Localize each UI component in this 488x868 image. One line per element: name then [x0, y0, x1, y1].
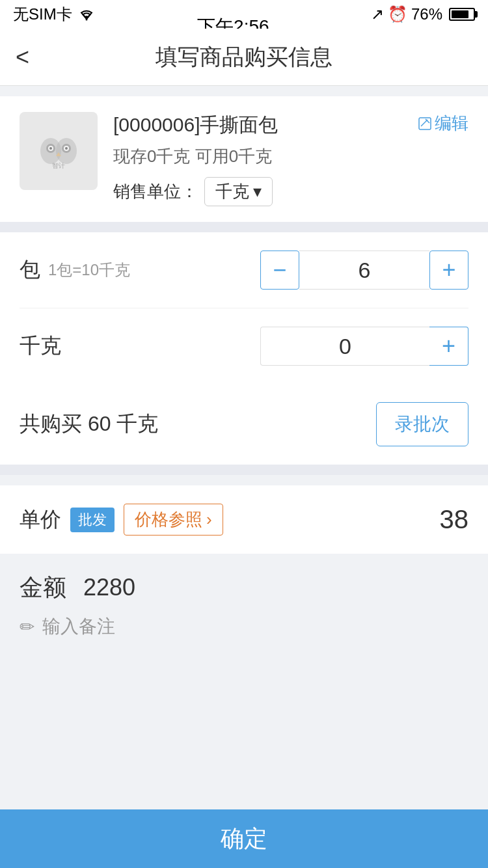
- alarm-icon: ⏰: [388, 5, 407, 23]
- location-icon: ↗: [371, 5, 384, 23]
- record-batch-button[interactable]: 录批次: [376, 402, 468, 446]
- quantity-row-kg: 千克 +: [20, 308, 468, 384]
- product-logo: 智计: [33, 131, 85, 170]
- edit-button[interactable]: 编辑: [418, 112, 468, 135]
- product-thumbnail: 智计: [20, 112, 98, 190]
- bao-hint: 1包=10千克: [48, 260, 130, 280]
- nav-bar: < 填写商品购买信息: [0, 29, 488, 86]
- kg-plus-button[interactable]: +: [429, 327, 468, 366]
- price-left: 单价 批发 价格参照 ›: [20, 504, 223, 536]
- kg-controls: +: [260, 327, 468, 366]
- price-section: 单价 批发 价格参照 › 38: [0, 485, 488, 554]
- product-name: [0000006]手撕面包: [113, 112, 418, 139]
- kg-input[interactable]: [260, 327, 429, 366]
- back-button[interactable]: <: [16, 44, 29, 71]
- price-ref-arrow-icon: ›: [206, 509, 212, 530]
- status-bar: 无SIM卡 下午2:56 ↗ ⏰ 76%: [0, 0, 488, 29]
- wifi-icon: [77, 7, 96, 21]
- carrier-text: 无SIM卡: [13, 4, 72, 25]
- svg-point-8: [65, 147, 68, 150]
- section-divider-2: [0, 465, 488, 475]
- price-label: 单价: [20, 506, 61, 534]
- page-title: 填写商品购买信息: [156, 42, 332, 72]
- total-row: 共购买 60 千克 录批次: [0, 384, 488, 465]
- price-value: 38: [440, 505, 469, 534]
- status-right: ↗ ⏰ 76%: [371, 5, 475, 23]
- bao-plus-button[interactable]: +: [429, 251, 468, 290]
- svg-point-0: [85, 19, 87, 21]
- amount-section: 金额 2280 ✏ 输入备注: [0, 554, 488, 649]
- price-ref-button[interactable]: 价格参照 ›: [124, 504, 223, 536]
- note-placeholder: 输入备注: [42, 614, 115, 639]
- unit-select[interactable]: 千克 ▾: [204, 177, 273, 206]
- quantity-row-bao: 包 1包=10千克 − +: [20, 232, 468, 308]
- product-unit: 销售单位： 千克 ▾: [113, 177, 468, 206]
- product-header: [0000006]手撕面包 编辑: [113, 112, 468, 139]
- input-section: 包 1包=10千克 − + 千克 +: [0, 232, 488, 384]
- battery-percent: 76%: [411, 5, 442, 23]
- bottom-space: [0, 649, 488, 721]
- confirm-button[interactable]: 确定: [0, 809, 488, 868]
- bao-minus-button[interactable]: −: [260, 251, 299, 290]
- price-tag: 批发: [70, 508, 115, 532]
- kg-label: 千克: [20, 332, 61, 360]
- amount-row: 金额 2280: [20, 572, 468, 604]
- bao-input[interactable]: [299, 251, 429, 290]
- product-stock: 现存0千克 可用0千克: [113, 145, 468, 168]
- dropdown-arrow-icon: ▾: [253, 182, 262, 202]
- total-label: 共购买 60 千克: [20, 410, 158, 439]
- status-left: 无SIM卡: [13, 4, 96, 25]
- pencil-icon: ✏: [20, 616, 34, 638]
- bao-label: 包 1包=10千克: [20, 256, 130, 284]
- bao-controls: − +: [260, 251, 468, 290]
- note-row[interactable]: ✏ 输入备注: [20, 614, 468, 639]
- svg-text:智计: 智计: [52, 162, 65, 169]
- svg-point-7: [49, 147, 52, 150]
- battery-icon: [449, 8, 475, 21]
- product-card: 智计 [0000006]手撕面包 编辑 现存0千克 可用0千克 销售单位： 千克…: [0, 96, 488, 222]
- section-divider-1: [0, 222, 488, 232]
- svg-rect-11: [419, 118, 431, 129]
- product-info: [0000006]手撕面包 编辑 现存0千克 可用0千克 销售单位： 千克 ▾: [113, 112, 468, 206]
- edit-icon: [418, 116, 432, 131]
